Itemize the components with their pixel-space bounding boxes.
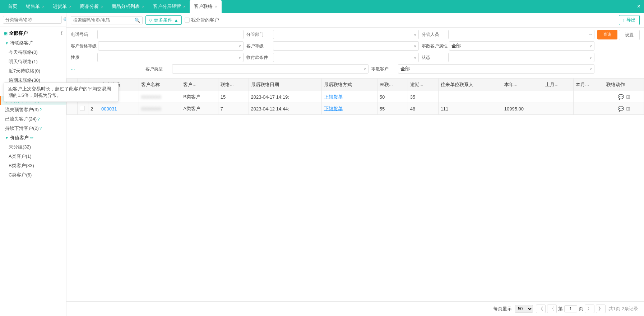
today-pending[interactable]: 今天待联络(0) [0,48,66,57]
chevron-down-icon: ▼ [5,41,9,45]
page-input[interactable] [564,305,577,312]
query-button[interactable]: 查询 [597,30,617,39]
question-icon-3[interactable]: ? [40,126,42,131]
col-name: 客户名称 [139,79,181,91]
b-class-customers[interactable]: B类客户(33) [0,161,66,170]
filter-gender: 性质 ∨ [71,53,244,62]
status-select[interactable]: ∨ [448,53,594,62]
row2-last-month [543,103,574,115]
row2-this-year: 10995.00 [502,103,543,115]
tomorrow-pending[interactable]: 明天待联络(1) [0,57,66,66]
sidebar-collapse-btn[interactable]: 《 [58,30,62,37]
row2-uncontacted: 55 [377,103,408,115]
nav-purchase-close[interactable]: × [69,4,71,9]
per-page-select[interactable]: 50 10 20 100 [515,305,533,313]
filter-retail-attr: 零散客户属性 全部 ∨ [422,41,594,51]
row2-code[interactable]: 000031 [99,103,139,115]
col-type: 客户... [181,79,218,91]
row1-chat-icon[interactable]: 💬 [618,94,624,100]
row2-overdue: 48 [408,103,438,115]
loss-warning[interactable]: 流失预警客户(3) ? [0,105,66,114]
row2-this-month [574,103,604,115]
row1-uncontacted: 50 [377,91,408,103]
row1-unit-contact [438,91,502,103]
row2-qr-icon[interactable]: ⊞ [626,106,630,112]
pending-contact-group: ▼ 待联络客户 今天待联络(0) 明天待联络(1) 近7天待联络(0) 逾期未联… [0,38,66,85]
retail-attr-select[interactable]: 全部 ∨ [449,41,594,51]
row1-last-method[interactable]: 下销货单 [321,91,377,103]
row1-name: XXXXXXX [139,91,181,103]
prev-page-btn[interactable]: 〈 [547,305,557,313]
setting-button[interactable]: 设置 [619,30,640,40]
my-customers-check-input[interactable] [185,18,190,23]
question-icon-1[interactable]: ? [40,108,42,112]
first-page-btn[interactable]: 《 [536,305,546,313]
payment-select[interactable]: ∨ [273,53,419,62]
row1-contact: 15 [218,91,249,103]
declining-customers[interactable]: 持续下滑客户(2) ? [0,124,66,133]
row1-actions: 💬 ⊞ [604,91,644,103]
nav-customer-tier[interactable]: 客户分层经营 × [149,0,190,13]
nav-home[interactable]: 首页 [4,0,22,13]
dept-select[interactable]: ∨ [273,30,419,39]
person-arrow-icon: ··· [589,33,592,37]
nav-product-analysis-close[interactable]: × [101,4,103,9]
last-page-btn[interactable]: 》 [596,305,606,313]
question-icon-2[interactable]: ? [37,117,40,121]
lost-customers[interactable]: 已流失客户(24) ? [0,114,66,124]
nav-product-analysis[interactable]: 商品分析 × [76,0,107,13]
gender-select[interactable]: ∨ [97,53,244,62]
window-close-icon[interactable]: × [637,3,640,10]
row2-last-method[interactable]: 下销货单 [321,103,377,115]
nav-sales-close[interactable]: × [42,4,44,9]
nav-customer-contact-close[interactable]: × [215,4,217,9]
next-page-btn[interactable]: 〉 [585,305,594,313]
all-customers-header[interactable]: ⊞ 全部客户 《 [0,28,66,38]
nav-customer-contact[interactable]: 客户联络 × [190,0,221,13]
row1-qr-icon[interactable]: ⊞ [626,94,630,100]
nav-sales[interactable]: 销售单 × [22,0,48,13]
search-box: 🔍 [71,16,143,24]
total-info: 共1页 2条记录 [608,306,638,312]
retail-attr-arrow: ∨ [589,44,592,48]
customer-type-select[interactable]: ∨ [172,64,369,74]
customer-level-arrow: ∨ [414,44,416,48]
customer-level-select[interactable]: ∨ [273,41,419,51]
more-filter-icon[interactable]: ··· [71,66,75,72]
value-customer-section[interactable]: ▼ 价值客户 ✏ [0,133,66,142]
filter-row-4: ··· 客户类型 ∨ 零散客户 全部 [71,64,594,74]
export-button[interactable]: ↑ 导出 [619,15,640,25]
row2-name-value: XXXXXXX [141,107,161,112]
retail-customer-select[interactable]: 全部 ∨ [398,64,594,74]
nav-product-list[interactable]: 商品分析列表 × [107,0,148,13]
price-level-select[interactable]: ∨ [98,41,244,51]
ungroup-customers[interactable]: 未分组(32) [0,142,66,152]
phone-select[interactable] [97,30,244,39]
my-customers-checkbox[interactable]: 我分管的客户 [185,17,219,23]
filter-row-3: 性质 ∨ 收付款条件 ∨ [71,53,594,62]
nav-product-list-close[interactable]: × [142,4,144,9]
person-select[interactable]: ··· [448,30,594,39]
row2-chat-icon[interactable]: 💬 [618,106,624,112]
row2-checkbox[interactable] [80,106,85,111]
search-icon[interactable]: 🔍 [134,18,140,23]
filter-action-btns: 查询 设置 [597,30,640,40]
row1-last-date: 2023-04-17 14:19: [249,91,321,103]
week-pending[interactable]: 近7天待联络(0) [0,66,66,76]
edit-icon[interactable]: ✏ [30,136,33,140]
search-input[interactable] [73,18,133,23]
price-level-arrow: ∨ [238,44,241,48]
pending-contact-header[interactable]: ▼ 待联络客户 [0,38,66,48]
col-unit-contact: 往来单位联系人 [438,79,502,91]
data-table: ⚙ 客户编码 客户名称 客户... 联络... 最后联络日期 最后联络方式 未联 [66,78,644,115]
row2-contact: 7 [218,103,249,115]
more-conditions-btn[interactable]: ▽ 更多条件 ▲ [145,15,182,25]
nav-purchase[interactable]: 进货单 × [48,0,75,13]
sidebar-search-icon[interactable]: 🔍 [63,17,66,23]
content-area: 🔍 ▽ 更多条件 ▲ 我分管的客户 ↑ 导出 [66,13,644,316]
col-last-method: 最后联络方式 [321,79,377,91]
sidebar-search-input[interactable] [3,16,62,24]
c-class-customers[interactable]: C类客户(6) [0,170,66,180]
nav-customer-tier-close[interactable]: × [183,4,185,9]
a-class-customers[interactable]: A类客户(1) [0,152,66,161]
